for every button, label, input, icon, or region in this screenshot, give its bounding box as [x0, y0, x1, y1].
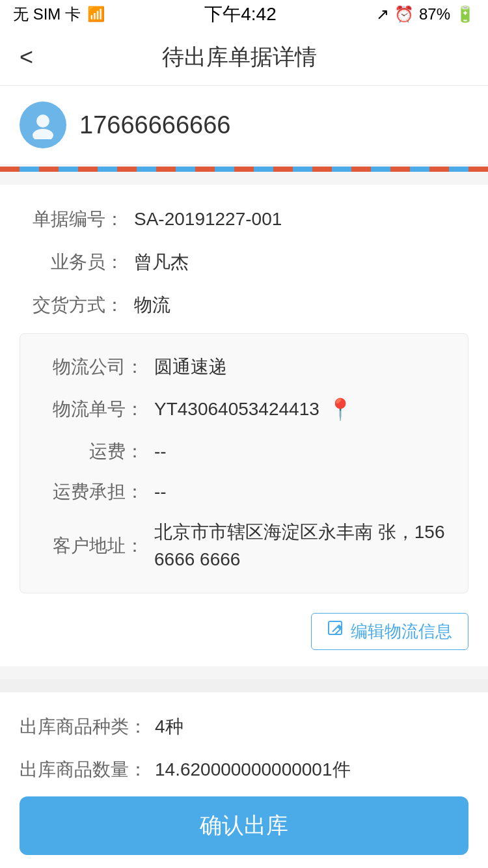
- freight-row: 运费： --: [40, 431, 448, 472]
- map-pin-icon[interactable]: 📍: [327, 394, 353, 425]
- freight-value: --: [154, 438, 448, 465]
- delivery-value: 物流: [134, 292, 468, 319]
- dashed-divider: [0, 167, 488, 172]
- logistics-tracking-value: YT43064053424413 📍: [154, 394, 448, 425]
- salesperson-value: 曾凡杰: [134, 249, 468, 276]
- carrier-text: 无 SIM 卡: [13, 4, 81, 25]
- salesperson-row: 业务员： 曾凡杰: [20, 241, 468, 284]
- freight-bearer-label: 运费承担：: [40, 478, 144, 506]
- customer-phone: 17666666666: [79, 111, 230, 139]
- avatar: [20, 102, 66, 148]
- goods-type-label: 出库商品种类：: [20, 714, 150, 739]
- status-bar-right: ↗ ⏰ 87% 🔋: [376, 5, 475, 23]
- freight-label: 运费：: [40, 438, 144, 465]
- order-no-label: 单据编号：: [20, 206, 124, 233]
- order-no-value: SA-20191227-001: [134, 206, 468, 233]
- freight-bearer-value: --: [154, 478, 448, 506]
- goods-quantity-label: 出库商品数量：: [20, 757, 150, 782]
- logistics-card: 物流公司： 圆通速递 物流单号： YT43064053424413 📍 运费： …: [20, 333, 468, 593]
- battery-icon: 🔋: [455, 5, 475, 23]
- status-bar-time: 下午4:42: [204, 2, 277, 27]
- order-info-section: 单据编号： SA-20191227-001 业务员： 曾凡杰 交货方式： 物流 …: [0, 185, 488, 666]
- delivery-label: 交货方式：: [20, 292, 124, 319]
- goods-type-value: 4种: [155, 714, 468, 739]
- goods-type-row: 出库商品种类： 4种: [20, 705, 468, 748]
- nav-bar: < 待出库单据详情: [0, 29, 488, 86]
- location-arrow-icon: ↗: [376, 5, 389, 23]
- edit-icon: [327, 620, 346, 643]
- battery-text: 87%: [419, 5, 450, 23]
- order-no-row: 单据编号： SA-20191227-001: [20, 198, 468, 241]
- section-divider: [0, 679, 488, 692]
- logistics-company-value: 圆通速递: [154, 353, 448, 381]
- edit-logistics-label: 编辑物流信息: [351, 620, 452, 643]
- delivery-row: 交货方式： 物流: [20, 284, 468, 327]
- confirm-button-area: 确认出库: [0, 783, 488, 868]
- logistics-tracking-label: 物流单号：: [40, 396, 144, 423]
- status-bar-left: 无 SIM 卡 📶: [13, 4, 105, 25]
- customer-section: 17666666666: [0, 86, 488, 164]
- confirm-label: 确认出库: [200, 811, 288, 841]
- logistics-company-label: 物流公司：: [40, 353, 144, 381]
- back-button[interactable]: <: [20, 44, 33, 71]
- address-value: 北京市市辖区海淀区永丰南 张，156 6666 6666: [154, 519, 448, 573]
- confirm-button[interactable]: 确认出库: [20, 796, 468, 855]
- freight-bearer-row: 运费承担： --: [40, 472, 448, 512]
- goods-quantity-value: 14.620000000000001件: [155, 757, 468, 782]
- logistics-company-row: 物流公司： 圆通速递: [40, 347, 448, 387]
- wifi-icon: 📶: [87, 6, 105, 23]
- status-bar: 无 SIM 卡 📶 下午4:42 ↗ ⏰ 87% 🔋: [0, 0, 488, 29]
- salesperson-label: 业务员：: [20, 249, 124, 276]
- svg-point-1: [33, 129, 53, 139]
- logistics-tracking-row: 物流单号： YT43064053424413 📍: [40, 387, 448, 431]
- edit-logistics-area: 编辑物流信息: [20, 606, 468, 653]
- alarm-icon: ⏰: [394, 5, 414, 23]
- address-label: 客户地址：: [40, 532, 144, 560]
- edit-logistics-button[interactable]: 编辑物流信息: [311, 613, 468, 650]
- page-title: 待出库单据详情: [46, 42, 432, 72]
- address-row: 客户地址： 北京市市辖区海淀区永丰南 张，156 6666 6666: [40, 512, 448, 580]
- svg-point-0: [36, 115, 49, 128]
